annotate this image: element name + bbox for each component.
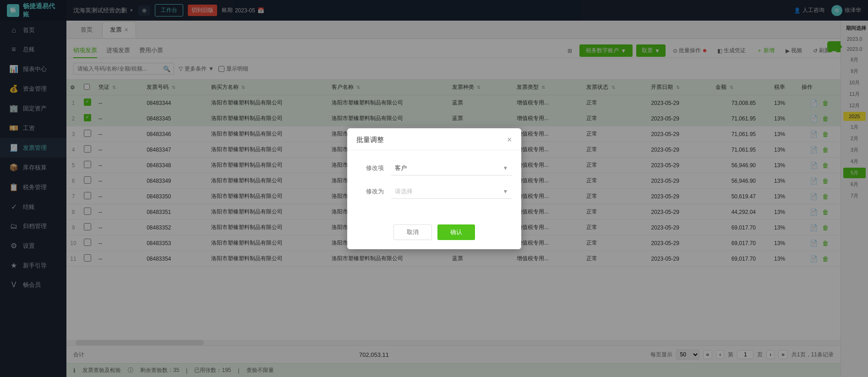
- chevron-down-icon: ▼: [503, 165, 508, 171]
- chevron-down-icon: ▼: [503, 188, 508, 195]
- modify-item-row: 修改项 客户 ▼: [356, 161, 512, 175]
- confirm-button[interactable]: 确认: [437, 224, 475, 240]
- modal-header: 批量调整 ×: [347, 128, 521, 150]
- modify-to-label: 修改为: [356, 187, 384, 196]
- modify-item-select[interactable]: 客户 ▼: [391, 161, 512, 175]
- modify-item-label: 修改项: [356, 164, 384, 172]
- modal-footer: 取消 确认: [347, 219, 521, 249]
- modal-body: 修改项 客户 ▼ 修改为 请选择 ▼: [347, 150, 521, 219]
- modify-item-value: 客户: [395, 164, 407, 172]
- batch-adjust-modal: 批量调整 × 修改项 客户 ▼ 修改为 请选择 ▼ 取消 确认: [347, 128, 521, 249]
- modal-overlay[interactable]: 批量调整 × 修改项 客户 ▼ 修改为 请选择 ▼ 取消 确认: [0, 0, 868, 377]
- modify-to-select[interactable]: 请选择 ▼: [391, 185, 512, 199]
- modify-to-placeholder: 请选择: [395, 187, 413, 196]
- cancel-button[interactable]: 取消: [393, 224, 432, 240]
- modal-title: 批量调整: [356, 136, 384, 144]
- modal-close-button[interactable]: ×: [507, 136, 512, 144]
- modify-to-row: 修改为 请选择 ▼: [356, 185, 512, 199]
